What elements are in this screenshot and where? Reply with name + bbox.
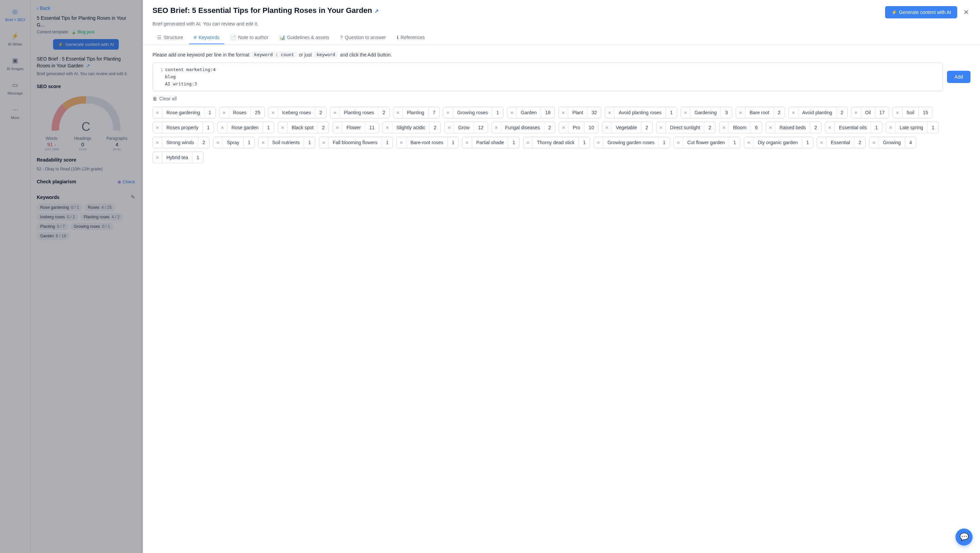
- keyword-tag: ✕ Hybrid tea 1: [153, 152, 204, 163]
- tag-count: 12: [474, 122, 488, 133]
- tag-count: 7: [429, 107, 440, 118]
- remove-tag-icon[interactable]: ✕: [213, 137, 223, 148]
- remove-tag-icon[interactable]: ✕: [817, 137, 827, 148]
- tag-label: Planting: [403, 107, 429, 118]
- tag-count: 2: [641, 122, 652, 133]
- tag-count: 2: [379, 107, 389, 118]
- keyword-tag: ✕ Slightly acidic 2: [382, 122, 441, 133]
- tag-label: Soil nutrients: [268, 137, 304, 148]
- remove-tag-icon[interactable]: ✕: [218, 122, 227, 133]
- remove-tag-icon[interactable]: ✕: [559, 107, 568, 118]
- remove-tag-icon[interactable]: ✕: [893, 107, 902, 118]
- keyword-input-content[interactable]: content marketing:4 blog AI writing:3: [165, 66, 939, 87]
- close-icon[interactable]: ✕: [962, 7, 970, 17]
- remove-tag-icon[interactable]: ✕: [278, 122, 288, 133]
- remove-tag-icon[interactable]: ✕: [153, 107, 162, 118]
- tag-count: 15: [919, 107, 932, 118]
- add-button[interactable]: Add: [947, 71, 970, 83]
- remove-tag-icon[interactable]: ✕: [393, 107, 403, 118]
- tab-note-to-author[interactable]: 📄Note to author: [226, 31, 273, 44]
- remove-tag-icon[interactable]: ✕: [869, 137, 879, 148]
- tag-count: 4: [905, 137, 916, 148]
- keyword-tag: ✕ Spray 1: [213, 137, 255, 148]
- keyword-tag: ✕ Vegetable 2: [602, 122, 653, 133]
- tag-count: 1: [928, 122, 939, 133]
- tab-references[interactable]: ℹReferences: [392, 31, 430, 44]
- remove-tag-icon[interactable]: ✕: [269, 107, 278, 118]
- remove-tag-icon[interactable]: ✕: [153, 122, 162, 133]
- tag-label: Bloom: [729, 122, 751, 133]
- remove-tag-icon[interactable]: ✕: [153, 152, 162, 163]
- tag-label: Late spring: [896, 122, 928, 133]
- remove-tag-icon[interactable]: ✕: [681, 107, 690, 118]
- remove-tag-icon[interactable]: ✕: [523, 137, 533, 148]
- tag-label: Planting roses: [340, 107, 379, 118]
- tag-count: 2: [315, 107, 326, 118]
- keyword-tag: ✕ Thorny dead stick 1: [523, 137, 590, 148]
- keyword-tag: ✕ Planting 7: [393, 107, 440, 118]
- remove-tag-icon[interactable]: ✕: [789, 107, 798, 118]
- generate-content-button[interactable]: ⚡ Generate content with AI: [885, 6, 957, 18]
- tag-count: 1: [304, 137, 315, 148]
- remove-tag-icon[interactable]: ✕: [825, 122, 835, 133]
- remove-tag-icon[interactable]: ✕: [383, 122, 392, 133]
- tab-question-to-answer[interactable]: ?Question to answer: [336, 31, 391, 44]
- tag-count: 2: [774, 107, 785, 118]
- tag-count: 1: [802, 137, 813, 148]
- remove-tag-icon[interactable]: ✕: [259, 137, 268, 148]
- remove-tag-icon[interactable]: ✕: [220, 107, 229, 118]
- tag-label: Growing roses: [453, 107, 492, 118]
- tag-label: Plant: [568, 107, 588, 118]
- keyword-tag: ✕ Planting roses 2: [330, 107, 390, 118]
- keyword-tag: ✕ Plant 32: [558, 107, 601, 118]
- chat-bubble-button[interactable]: 💬: [956, 529, 972, 545]
- keyword-tag: ✕ Soil 15: [892, 107, 933, 118]
- keyword-input[interactable]: 1 content marketing:4 blog AI writing:3: [153, 63, 943, 91]
- remove-tag-icon[interactable]: ✕: [605, 107, 614, 118]
- remove-tag-icon[interactable]: ✕: [602, 122, 612, 133]
- remove-tag-icon[interactable]: ✕: [766, 122, 775, 133]
- tab-icon: ☰: [157, 35, 162, 40]
- keyword-tag: ✕ Bare-root roses 1: [396, 137, 459, 148]
- remove-tag-icon[interactable]: ✕: [674, 137, 683, 148]
- remove-tag-icon[interactable]: ✕: [744, 137, 754, 148]
- remove-tag-icon[interactable]: ✕: [886, 122, 896, 133]
- trash-icon: 🗑: [153, 96, 157, 101]
- remove-tag-icon[interactable]: ✕: [508, 107, 517, 118]
- keyword-tag: ✕ Rose gardening 1: [153, 107, 216, 118]
- remove-tag-icon[interactable]: ✕: [153, 137, 162, 148]
- tab-guidelines-assets[interactable]: 📊Guidelines & assets: [275, 31, 334, 44]
- tag-count: 11: [365, 122, 379, 133]
- keyword-tag: ✕ Soil nutrients 1: [258, 137, 315, 148]
- remove-tag-icon[interactable]: ✕: [443, 107, 453, 118]
- remove-tag-icon[interactable]: ✕: [333, 122, 342, 133]
- keyword-tag: ✕ Direct sunlight 2: [656, 122, 716, 133]
- tag-count: 32: [588, 107, 601, 118]
- format-example-2: keyword: [314, 51, 338, 58]
- remove-tag-icon[interactable]: ✕: [594, 137, 603, 148]
- remove-tag-icon[interactable]: ✕: [719, 122, 729, 133]
- keyword-tag: ✕ Black spot 2: [278, 122, 329, 133]
- remove-tag-icon[interactable]: ✕: [736, 107, 746, 118]
- tag-label: Gardening: [690, 107, 721, 118]
- remove-tag-icon[interactable]: ✕: [463, 137, 472, 148]
- keyword-tag: ✕ Fungal diseases 2: [492, 122, 556, 133]
- tab-icon: 📄: [231, 35, 236, 40]
- clear-all-button[interactable]: 🗑 Clear all: [153, 96, 970, 101]
- remove-tag-icon[interactable]: ✕: [559, 122, 569, 133]
- tab-keywords[interactable]: #Keywords: [189, 31, 224, 44]
- remove-tag-icon[interactable]: ✕: [331, 107, 340, 118]
- tag-label: Oil: [861, 107, 875, 118]
- remove-tag-icon[interactable]: ✕: [492, 122, 501, 133]
- remove-tag-icon[interactable]: ✕: [397, 137, 406, 148]
- external-link-icon[interactable]: ↗: [374, 8, 379, 14]
- remove-tag-icon[interactable]: ✕: [319, 137, 329, 148]
- tag-count: 2: [430, 122, 441, 133]
- remove-tag-icon[interactable]: ✕: [656, 122, 666, 133]
- tab-structure[interactable]: ☰Structure: [153, 31, 188, 44]
- keyword-tag: ✕ Growing roses 1: [443, 107, 503, 118]
- remove-tag-icon[interactable]: ✕: [445, 122, 454, 133]
- keyword-tag: ✕ Essential oils 1: [825, 122, 882, 133]
- remove-tag-icon[interactable]: ✕: [851, 107, 861, 118]
- tag-label: Black spot: [288, 122, 318, 133]
